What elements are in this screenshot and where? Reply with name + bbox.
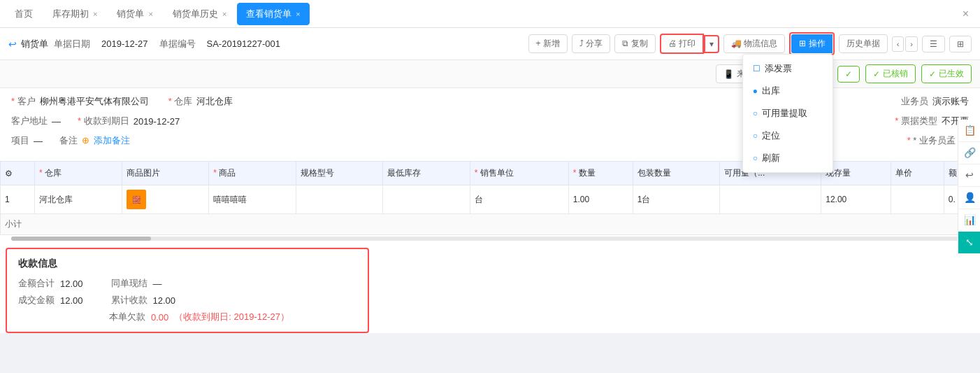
date-label: 单据日期: [54, 38, 90, 50]
col-image: 商品图片: [122, 162, 209, 185]
total-amount-value: 12.00: [60, 279, 83, 289]
row-current-qty: 12.00: [821, 185, 891, 214]
tab-inventory[interactable]: 库存期初 ×: [43, 3, 106, 25]
dropdown-refresh[interactable]: ○ 刷新: [743, 147, 833, 169]
customer-field: 客户 柳州粤港平安气体有限公司: [11, 95, 152, 108]
col-spec: 规格型号: [296, 162, 383, 185]
history-button[interactable]: 历史单据: [839, 34, 888, 53]
row-no: 1: [1, 185, 35, 214]
project-field: 项目 —: [11, 134, 43, 147]
address-label: 客户地址: [11, 115, 48, 127]
ops-button[interactable]: ⊞ 操作: [791, 34, 832, 53]
close-tab-view-sales[interactable]: ×: [296, 10, 300, 18]
grid-view-button[interactable]: ⊞: [949, 36, 972, 52]
print-dropdown-button[interactable]: ▾: [704, 35, 719, 53]
written-off-button[interactable]: ✓ 已核销: [865, 64, 916, 83]
scrollbar-thumb: [11, 237, 151, 241]
product-img-icon: 🧱: [132, 196, 140, 204]
close-tab-sales-history[interactable]: ×: [222, 10, 226, 18]
ops-container: ⊞ 操作 ☐ 添发票 ● 出库 ○ 可用量提取: [789, 32, 834, 55]
col-gear: ⚙: [1, 162, 35, 185]
col-price: 单价: [891, 162, 944, 185]
dropdown-add-invoice[interactable]: ☐ 添发票: [743, 57, 833, 80]
nav-arrows: ‹ ›: [892, 36, 918, 52]
tab-sales-history[interactable]: 销货单历史 ×: [164, 3, 236, 25]
row-product: 嘻嘻嘻嘻: [209, 185, 296, 214]
locate-label: 定位: [762, 129, 780, 142]
table-scrollbar[interactable]: [11, 237, 969, 241]
tab-home[interactable]: 首页: [6, 3, 42, 25]
sidebar-return-icon[interactable]: ↩: [958, 164, 980, 187]
doc-type-label: 销货单: [21, 38, 48, 50]
gear-icon: ⚙: [5, 169, 13, 178]
add-button[interactable]: + 新增: [528, 34, 568, 53]
effective-label: 已生效: [939, 68, 964, 80]
sidebar-chart-icon[interactable]: 📊: [958, 209, 980, 232]
doc-type-icon: ↩: [8, 38, 17, 50]
prev-button[interactable]: ‹: [892, 36, 905, 52]
payment-panel: 收款信息 金额合计 12.00 同单现结 — 成交金额 12.00 累计收款: [6, 248, 369, 333]
dropdown-avail-qty[interactable]: ○ 可用量提取: [743, 102, 833, 125]
payment-rows: 金额合计 12.00 同单现结 — 成交金额 12.00 累计收款 12.00: [18, 277, 356, 323]
subtotal-label: 小计: [1, 214, 980, 235]
col-product: 商品: [209, 162, 296, 185]
due-date-value: 2019-12-27: [134, 116, 180, 127]
refresh-label: 刷新: [762, 152, 780, 164]
doc-no-label: 单据编号: [159, 38, 196, 50]
dropdown-outbound[interactable]: ● 出库: [743, 80, 833, 102]
payment-row-1: 金额合计 12.00 同单现结 —: [18, 277, 356, 290]
close-tab-sales[interactable]: ×: [148, 10, 152, 18]
sidebar-user-icon[interactable]: 👤: [958, 187, 980, 209]
sidebar-link-icon[interactable]: 🔗: [958, 142, 980, 164]
window-close-button[interactable]: ×: [957, 8, 974, 20]
avail-qty-label: 可用量提取: [762, 107, 807, 120]
copy-button[interactable]: ⧉ 复制: [614, 34, 655, 53]
deal-amount-item: 成交金额 12.00: [18, 294, 83, 307]
due-date-label: 收款到期日: [78, 115, 129, 127]
row-spec: [296, 185, 383, 214]
share-button[interactable]: ⤴ 分享: [572, 34, 610, 53]
tab-sales[interactable]: 销货单 ×: [108, 3, 161, 25]
next-button[interactable]: ›: [905, 36, 918, 52]
toolbar: ↩ 销货单 单据日期 2019-12-27 单据编号 SA-20191227-0…: [0, 28, 980, 60]
confirmed-icon: ✓: [845, 69, 852, 79]
outbound-label: 出库: [762, 85, 780, 97]
same-bill-value: —: [153, 279, 162, 289]
sidebar-copy-icon[interactable]: 📋: [958, 120, 980, 142]
effective-icon: ✓: [929, 69, 936, 79]
add-invoice-icon: ☐: [753, 64, 761, 73]
customer-label: 客户: [11, 95, 36, 108]
owed-label: 本单欠款: [109, 311, 145, 323]
row-qty: 1.00: [568, 185, 633, 214]
doc-meta: 单据日期 2019-12-27 单据编号 SA-20191227-001: [54, 38, 523, 50]
add-invoice-label: 添发票: [765, 62, 792, 75]
tab-view-sales[interactable]: 查看销货单 ×: [237, 3, 309, 25]
ticket-label: 票据类型: [895, 115, 937, 127]
remark-field: 备注 ⊕ 添加备注: [59, 134, 130, 147]
staff-value: 演示账号: [932, 95, 969, 108]
due-date-field: 收款到期日 2019-12-27: [78, 115, 180, 127]
cumulative-label: 累计收款: [111, 294, 147, 307]
same-bill-item: 同单现结 —: [111, 277, 162, 290]
dropdown-locate[interactable]: ○ 定位: [743, 125, 833, 147]
payment-row-3: 本单欠款 0.00 （收款到期日: 2019-12-27）: [18, 311, 356, 323]
effective-button[interactable]: ✓ 已生效: [921, 64, 972, 83]
confirmed-button[interactable]: ✓: [837, 66, 860, 83]
add-remark-button[interactable]: ⊕ 添加备注: [82, 134, 130, 147]
sidebar-expand-icon[interactable]: ⤡: [958, 232, 980, 254]
col-warehouse: 仓库: [35, 162, 122, 185]
logistics-button[interactable]: 🚚 物流信息: [723, 34, 785, 53]
owed-note: （收款到期日: 2019-12-27）: [174, 311, 289, 323]
right-sidebar: 📋 🔗 ↩ 👤 📊 ⤡: [958, 120, 980, 254]
doc-title-group: ↩ 销货单: [8, 38, 48, 50]
tab-bar: 首页 库存期初 × 销货单 × 销货单历史 × 查看销货单 × ×: [0, 0, 980, 28]
written-off-label: 已核销: [883, 68, 908, 80]
print-button[interactable]: 🖨 打印: [660, 34, 704, 54]
list-view-button[interactable]: ☰: [922, 36, 945, 52]
payment-row-2: 成交金额 12.00 累计收款 12.00: [18, 294, 356, 307]
remark-label: 备注: [59, 134, 78, 147]
tab-inventory-label: 库存期初: [52, 8, 89, 20]
written-off-icon: ✓: [873, 69, 880, 79]
product-table: ⚙ 仓库 商品图片 商品 规格型号 最低库存 销售单位 数量 包装数量 可用量（…: [0, 161, 980, 235]
close-tab-inventory[interactable]: ×: [93, 10, 97, 18]
